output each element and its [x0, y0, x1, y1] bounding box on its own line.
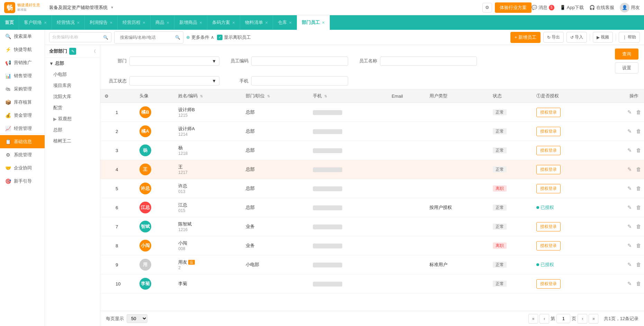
close-icon[interactable]: ✕	[166, 21, 169, 25]
th-dept[interactable]: 部门/职位 ⇅	[243, 89, 310, 103]
first-page-btn[interactable]: «	[528, 314, 538, 324]
delete-button[interactable]: 🗑	[636, 147, 641, 153]
tab-warehouse[interactable]: 仓库 ✕	[273, 15, 297, 30]
video-button[interactable]: ▶ 视频	[593, 32, 613, 43]
delete-button[interactable]: 🗑	[636, 204, 641, 210]
close-icon[interactable]: ✕	[44, 21, 47, 25]
th-phone[interactable]: 手机 ⇅	[310, 89, 389, 103]
dept-edit-button[interactable]: ✎	[69, 48, 76, 55]
edit-button[interactable]: ✎	[627, 243, 632, 248]
user-menu[interactable]: 👤 用友	[620, 3, 640, 12]
delete-button[interactable]: 🗑	[636, 185, 641, 191]
delete-button[interactable]: 🗑	[636, 166, 641, 172]
auth-login-button[interactable]: 授权登录	[536, 108, 561, 117]
sidebar-item-guide[interactable]: 🎯 新手引导	[0, 175, 45, 188]
delete-button[interactable]: 🗑	[636, 128, 641, 134]
edit-button[interactable]: ✎	[627, 262, 632, 267]
delete-button[interactable]: 🗑	[636, 262, 641, 267]
show-resigned-toggle[interactable]: ✓ 显示离职员工	[217, 34, 251, 41]
sidebar-item-collab[interactable]: 🤝 企业协同	[0, 161, 45, 175]
tab-goods[interactable]: 商品 ✕	[151, 15, 174, 30]
export-button[interactable]: ↻ 导出	[543, 32, 564, 43]
close-icon[interactable]: ✕	[77, 21, 80, 25]
dept-item-peihuo[interactable]: 配货	[45, 102, 100, 113]
th-settings[interactable]: ⚙	[100, 89, 113, 103]
dept-search-box[interactable]: 分类编码/名称 🔍	[49, 32, 111, 42]
sidebar-item-marketing[interactable]: 📢 营销推广	[0, 56, 45, 69]
tab-bom[interactable]: 物料清单 ✕	[240, 15, 273, 30]
close-icon[interactable]: ✕	[232, 21, 235, 25]
delete-button[interactable]: 🗑	[636, 243, 641, 248]
add-employee-button[interactable]: + 新增员工	[510, 32, 541, 43]
auth-login-button[interactable]: 授权登录	[536, 222, 561, 231]
query-button[interactable]: 查询	[615, 49, 638, 60]
dept-item-shuanglu[interactable]: ▶ 双鹿想	[45, 113, 100, 124]
close-icon[interactable]: ✕	[143, 21, 145, 25]
auth-login-button[interactable]: 授权登录	[536, 165, 561, 174]
help-button[interactable]: ｜ 帮助	[619, 32, 640, 43]
tab-operation[interactable]: 经营情况 ✕	[52, 15, 85, 30]
page-number-input[interactable]	[556, 314, 570, 323]
more-filter-btn[interactable]: ⊕ 更多条件 ∧	[186, 34, 214, 41]
filter-empname-input[interactable]	[380, 56, 477, 66]
auth-login-button[interactable]: 授权登录	[536, 146, 561, 155]
system-arrow-icon[interactable]: ▼	[110, 6, 114, 9]
tab-barcode[interactable]: 条码方案 ✕	[207, 15, 240, 30]
reset-button[interactable]: 设置	[615, 62, 638, 73]
dept-item-project[interactable]: 项目库房	[45, 80, 100, 91]
last-page-btn[interactable]: »	[589, 314, 598, 324]
edit-button[interactable]: ✎	[627, 166, 632, 172]
filter-empcode-input[interactable]	[251, 56, 348, 66]
auth-login-button[interactable]: 授权登录	[536, 184, 561, 193]
tab-add-goods[interactable]: 新增商品 ✕	[174, 15, 207, 30]
dept-item-zongbu[interactable]: ▼ 总部	[45, 58, 100, 69]
code-search-input[interactable]	[117, 33, 174, 42]
import-button[interactable]: ↺ 导入	[566, 32, 587, 43]
delete-button[interactable]: 🗑	[636, 281, 641, 287]
app-download-btn[interactable]: 📱 App下载	[560, 5, 584, 11]
tab-profit[interactable]: 利润报告 ✕	[85, 15, 118, 30]
settings-button[interactable]: ⚙	[482, 3, 492, 12]
sidebar-item-inventory[interactable]: 📦 库存核算	[0, 96, 45, 109]
sidebar-item-purchase[interactable]: 🛍 采购管理	[0, 82, 45, 96]
delete-button[interactable]: 🗑	[636, 109, 641, 115]
dept-item-shenyang[interactable]: 沈阳大库	[45, 91, 100, 102]
th-name[interactable]: 姓名/编码 ⇅	[175, 89, 243, 103]
dept-item-zongbu2[interactable]: 总部	[45, 124, 100, 135]
sidebar-item-system[interactable]: ⚙ 系统管理	[0, 148, 45, 161]
close-icon[interactable]: ✕	[265, 21, 268, 25]
sidebar-item-biz[interactable]: 📈 经营管理	[0, 122, 45, 135]
dept-item-xiaodian[interactable]: 小电部	[45, 69, 100, 80]
sidebar-item-search[interactable]: 🔍 搜索菜单	[0, 30, 45, 43]
auth-login-button[interactable]: 授权登录	[536, 241, 561, 250]
auth-login-button[interactable]: 授权登录	[536, 279, 561, 289]
tab-home[interactable]: 首页	[0, 15, 19, 30]
dept-item-zhishu[interactable]: 植树王二	[45, 135, 100, 147]
sidebar-item-nav[interactable]: ⚡ 快捷导航	[0, 43, 45, 56]
prev-page-btn[interactable]: ‹	[539, 314, 549, 324]
message-btn[interactable]: 💬 消息 5	[532, 5, 554, 11]
close-icon[interactable]: ✕	[322, 21, 325, 25]
tab-customer[interactable]: 客户联络 ✕	[19, 15, 52, 30]
auth-login-button[interactable]: 授权登录	[536, 127, 561, 136]
edit-button[interactable]: ✎	[627, 128, 632, 134]
edit-button[interactable]: ✎	[627, 147, 632, 153]
filter-status-select[interactable]: ▼	[129, 76, 219, 86]
page-size-select[interactable]: 50 20 100	[127, 314, 147, 323]
edit-button[interactable]: ✎	[627, 185, 632, 191]
edit-button[interactable]: ✎	[627, 281, 632, 287]
edit-button[interactable]: ✎	[627, 109, 632, 115]
trial-button[interactable]: 体验行业方案	[495, 2, 532, 13]
code-search-box[interactable]: 🔍	[114, 31, 183, 44]
close-icon[interactable]: ✕	[199, 21, 202, 25]
edit-button[interactable]: ✎	[627, 223, 632, 229]
filter-phone-input[interactable]	[251, 76, 348, 86]
delete-button[interactable]: 🗑	[636, 223, 641, 229]
sidebar-item-basic[interactable]: 📋 基础信息	[0, 135, 45, 148]
collapse-icon[interactable]: 《	[92, 49, 96, 54]
filter-dept-select[interactable]: ▼	[129, 56, 219, 66]
sidebar-item-sales[interactable]: 📊 销售管理	[0, 69, 45, 82]
close-icon[interactable]: ✕	[110, 21, 112, 25]
tab-dept-staff[interactable]: 部门员工 ✕	[297, 15, 330, 30]
online-service-btn[interactable]: 🎧 在线客服	[589, 5, 614, 11]
